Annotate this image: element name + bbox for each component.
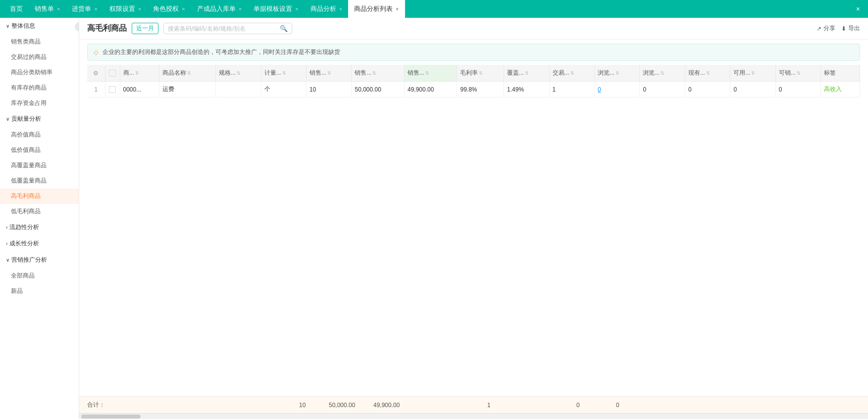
th-sales-cost[interactable]: 销售... ⇅ bbox=[404, 65, 457, 82]
footer-totals: 合计： 10 50,000.00 49,900.00 1 0 0 bbox=[79, 396, 868, 413]
search-icon[interactable]: 🔍 bbox=[280, 25, 288, 32]
chevron-down-icon: ∨ bbox=[6, 116, 9, 122]
sidebar-item-high-value[interactable]: 高价值商品 bbox=[0, 127, 79, 142]
nav-template-settings[interactable]: 单据模板设置 × bbox=[248, 0, 304, 18]
sort-icon: ⇅ bbox=[282, 71, 286, 76]
footer-sales-cost: 49,900.00 bbox=[373, 402, 418, 409]
sidebar-group-growth: › 成长性分析 bbox=[0, 235, 79, 252]
sales-cost: 49,900.00 bbox=[404, 82, 457, 97]
sidebar-item-low-coverage[interactable]: 低覆盖量商品 bbox=[0, 173, 79, 188]
footer-label: 合计： bbox=[87, 401, 105, 409]
th-sales-qty[interactable]: 销售... ⇅ bbox=[306, 65, 352, 82]
th-sales-amount[interactable]: 销售... ⇅ bbox=[352, 65, 405, 82]
share-icon: ↗ bbox=[817, 25, 821, 32]
sidebar-item-low-margin[interactable]: 低毛利商品 bbox=[0, 204, 79, 219]
info-banner: ◇ 企业的主要的利润都是这部分商品创造的，可考虑加大推广，同时关注库存是不要出现… bbox=[87, 44, 860, 61]
close-icon[interactable]: × bbox=[239, 6, 242, 12]
sidebar-item-new-goods[interactable]: 新品 bbox=[0, 283, 79, 299]
sidebar-item-stocked-goods[interactable]: 有库存的商品 bbox=[0, 80, 79, 95]
th-unit[interactable]: 计量... ⇅ bbox=[261, 65, 306, 82]
th-tag[interactable]: 标签 bbox=[821, 65, 860, 82]
product-code: 0000... bbox=[120, 82, 159, 97]
close-icon[interactable]: × bbox=[57, 6, 60, 12]
close-icon[interactable]: × bbox=[339, 6, 342, 12]
search-input[interactable] bbox=[168, 25, 280, 32]
sort-icon: ⇅ bbox=[751, 71, 755, 76]
sort-icon: ⇅ bbox=[615, 71, 619, 76]
current-stock: 0 bbox=[685, 82, 730, 97]
sidebar-group-growth-header[interactable]: › 成长性分析 bbox=[0, 235, 79, 252]
sidebar-item-stock-capital[interactable]: 库存资金占用 bbox=[0, 95, 79, 111]
sort-icon: ⇅ bbox=[797, 71, 801, 76]
table-container: ⚙ 商... ⇅ 商品名称 bbox=[87, 65, 860, 396]
nav-home[interactable]: 首页 bbox=[4, 0, 29, 18]
sidebar-item-all-goods[interactable]: 全部商品 bbox=[0, 268, 79, 283]
close-icon[interactable]: × bbox=[182, 6, 185, 12]
sales-qty: 10 bbox=[306, 82, 352, 97]
export-button[interactable]: ⬇ 导出 bbox=[841, 24, 860, 33]
th-checkbox[interactable] bbox=[105, 65, 120, 82]
select-all-checkbox[interactable] bbox=[109, 70, 116, 77]
th-gross-margin[interactable]: 毛利率 ⇅ bbox=[457, 65, 504, 82]
row-checkbox[interactable] bbox=[105, 82, 120, 97]
th-name[interactable]: 商品名称 ⇅ bbox=[159, 65, 216, 82]
header-actions: ↗ 分享 ⬇ 导出 bbox=[817, 24, 860, 33]
period-button[interactable]: 近一月 bbox=[132, 23, 158, 34]
sidebar-item-traded-goods[interactable]: 交易过的商品 bbox=[0, 49, 79, 65]
sidebar-group-contribution-header[interactable]: ∨ 贡献量分析 bbox=[0, 111, 79, 127]
th-code[interactable]: 商... ⇅ bbox=[120, 65, 159, 82]
close-icon[interactable]: × bbox=[94, 6, 97, 12]
chevron-down-icon: ∨ bbox=[6, 257, 9, 263]
export-icon: ⬇ bbox=[841, 25, 846, 32]
gross-margin: 99.8% bbox=[457, 82, 504, 97]
sidebar-item-low-value[interactable]: 低价值商品 bbox=[0, 142, 79, 158]
th-coverage[interactable]: 覆盖... ⇅ bbox=[504, 65, 549, 82]
sort-icon: ⇅ bbox=[479, 71, 483, 76]
th-available-stock[interactable]: 可用... ⇅ bbox=[730, 65, 775, 82]
window-close-button[interactable]: × bbox=[856, 5, 864, 13]
row-number: 1 bbox=[87, 82, 105, 97]
transactions: 1 bbox=[549, 82, 594, 97]
th-transactions[interactable]: 交易... ⇅ bbox=[549, 65, 594, 82]
info-icon: ◇ bbox=[94, 48, 99, 56]
th-current-stock[interactable]: 现有... ⇅ bbox=[685, 65, 730, 82]
footer-sales-qty: 10 bbox=[299, 402, 329, 409]
close-icon[interactable]: × bbox=[396, 6, 399, 12]
th-settings[interactable]: ⚙ bbox=[87, 65, 105, 82]
footer-transactions: 1 bbox=[487, 402, 517, 409]
nav-finished-goods[interactable]: 产成品入库单 × bbox=[191, 0, 248, 18]
footer-current-stock: 0 bbox=[576, 402, 616, 409]
close-icon[interactable]: × bbox=[138, 6, 141, 12]
nav-purchase-order[interactable]: 进货单 × bbox=[66, 0, 103, 18]
sidebar: « ∨ 整体信息 销售类商品 交易过的商品 商品分类助销率 有库存的商品 库存资… bbox=[0, 18, 79, 419]
nav-permission-settings[interactable]: 权限设置 × bbox=[103, 0, 147, 18]
sort-icon: ⇅ bbox=[135, 71, 139, 76]
content-area: 高毛利商品 近一月 🔍 ↗ 分享 ⬇ 导出 ◇ 企业的主要的利润都是这部分商品创… bbox=[79, 18, 868, 419]
coverage: 1.49% bbox=[504, 82, 549, 97]
close-icon[interactable]: × bbox=[295, 6, 298, 12]
sidebar-item-high-coverage[interactable]: 高覆盖量商品 bbox=[0, 158, 79, 173]
sidebar-group-overview-header[interactable]: ∨ 整体信息 bbox=[0, 18, 79, 34]
sort-icon: ⇅ bbox=[661, 71, 664, 76]
main-layout: « ∨ 整体信息 销售类商品 交易过的商品 商品分类助销率 有库存的商品 库存资… bbox=[0, 18, 868, 419]
scrollbar-thumb[interactable] bbox=[81, 415, 141, 419]
th-saleable-stock[interactable]: 可销... ⇅ bbox=[775, 65, 820, 82]
settings-icon[interactable]: ⚙ bbox=[93, 70, 99, 77]
sort-icon: ⇅ bbox=[570, 71, 574, 76]
nav-product-analysis-list[interactable]: 商品分析列表 × bbox=[348, 0, 405, 18]
sidebar-group-marketing-header[interactable]: ∨ 营销推广分析 bbox=[0, 252, 79, 268]
views1[interactable]: 0 bbox=[595, 82, 640, 97]
nav-sales-order[interactable]: 销售单 × bbox=[29, 0, 66, 18]
sidebar-item-high-margin[interactable]: 高毛利商品 bbox=[0, 188, 79, 204]
sidebar-group-trend-header[interactable]: › 流趋性分析 bbox=[0, 219, 79, 235]
th-views1[interactable]: 浏览... ⇅ bbox=[595, 65, 640, 82]
sidebar-item-sales-goods[interactable]: 销售类商品 bbox=[0, 34, 79, 49]
page-title: 高毛利商品 bbox=[87, 23, 127, 34]
share-button[interactable]: ↗ 分享 bbox=[817, 24, 835, 33]
horizontal-scrollbar[interactable] bbox=[79, 413, 868, 419]
nav-product-analysis[interactable]: 商品分析 × bbox=[305, 0, 348, 18]
sidebar-item-category-rate[interactable]: 商品分类助销率 bbox=[0, 65, 79, 80]
th-views2[interactable]: 浏览... ⇅ bbox=[640, 65, 685, 82]
nav-role-auth[interactable]: 角色授权 × bbox=[147, 0, 191, 18]
th-spec[interactable]: 规格... ⇅ bbox=[216, 65, 261, 82]
